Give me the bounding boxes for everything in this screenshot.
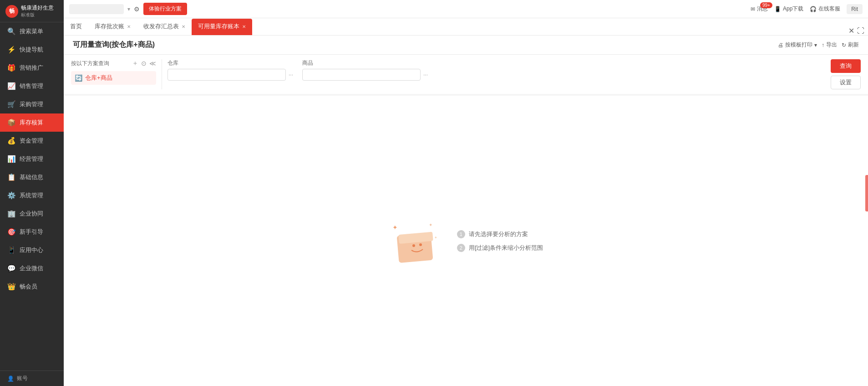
tab-batch-account-close[interactable]: ✕ bbox=[127, 24, 131, 29]
tab-receipt-summary-label: 收发存汇总表 bbox=[143, 22, 179, 31]
industry-btn[interactable]: 体验行业方案 bbox=[143, 3, 187, 15]
hint-text-1: 请先选择要分析的方案 bbox=[469, 230, 528, 238]
topbar-user[interactable]: Rit bbox=[847, 4, 863, 14]
sidebar-item-member[interactable]: 👑 畅会员 bbox=[0, 278, 64, 296]
filter-group-product: 商品 ··· bbox=[302, 59, 428, 81]
product-label: 商品 bbox=[302, 59, 428, 67]
tab-available-ledger-label: 可用量库存账本 bbox=[198, 22, 239, 31]
warehouse-more-btn[interactable]: ··· bbox=[289, 72, 293, 78]
sidebar-item-newbie[interactable]: 🎯 新手引导 bbox=[0, 223, 64, 241]
export-btn[interactable]: ↑ 导出 bbox=[822, 41, 837, 49]
settings-btn[interactable]: 设置 bbox=[831, 76, 861, 89]
sidebar-label-enterprise: 企业协同 bbox=[20, 210, 43, 218]
sidebar-label-basics: 基础信息 bbox=[20, 173, 43, 181]
refresh-icon: ↻ bbox=[842, 42, 846, 48]
sidebar-item-appstore[interactable]: 📱 应用中心 bbox=[0, 241, 64, 259]
topbar-gear-icon[interactable]: ⚙ bbox=[134, 5, 140, 13]
topbar-search-input[interactable] bbox=[69, 4, 124, 14]
sidebar-item-enterprise[interactable]: 🏢 企业协同 bbox=[0, 205, 64, 223]
scheme-settings-btn[interactable]: ⊙ bbox=[141, 59, 147, 67]
newbie-icon: 🎯 bbox=[7, 228, 16, 236]
product-more-btn[interactable]: ··· bbox=[423, 72, 428, 78]
sidebar-label-shortcut: 快捷导航 bbox=[20, 46, 43, 54]
search-icon: 🔍 bbox=[7, 27, 16, 36]
tab-batch-account[interactable]: 库存批次账 ✕ bbox=[88, 19, 137, 35]
page-area: 可用量查询(按仓库+商品) 🖨 按模板打印 ▾ ↑ 导出 ↻ 刷新 bbox=[64, 36, 868, 386]
empty-hint-1: 1 请先选择要分析的方案 bbox=[457, 230, 543, 238]
sidebar-label-newbie: 新手引导 bbox=[20, 228, 43, 236]
warehouse-label: 仓库 bbox=[168, 59, 293, 67]
tab-end-buttons: ✕ ⛶ bbox=[848, 26, 868, 35]
empty-hint-2: 2 用[过滤]条件来缩小分析范围 bbox=[457, 244, 543, 252]
sidebar-item-system[interactable]: ⚙️ 系统管理 bbox=[0, 186, 64, 205]
empty-hints: 1 请先选择要分析的方案 2 用[过滤]条件来缩小分析范围 bbox=[457, 230, 543, 252]
sidebar-label-member: 畅会员 bbox=[20, 283, 37, 291]
sidebar-item-operations[interactable]: 📊 经营管理 bbox=[0, 150, 64, 168]
scheme-item-label: 仓库+商品 bbox=[85, 74, 112, 82]
logo-icon: 畅 bbox=[5, 5, 18, 18]
topbar-dropdown-arrow[interactable]: ▾ bbox=[127, 6, 130, 12]
operations-icon: 📊 bbox=[7, 155, 16, 163]
system-icon: ⚙️ bbox=[7, 191, 16, 200]
tab-receipt-summary-close[interactable]: ✕ bbox=[182, 24, 185, 29]
filter-group-warehouse: 仓库 ··· bbox=[168, 59, 293, 81]
topbar-message[interactable]: ✉ 消息 99+ bbox=[751, 5, 768, 13]
tab-receipt-summary[interactable]: 收发存汇总表 ✕ bbox=[137, 19, 192, 35]
refresh-btn[interactable]: ↻ 刷新 bbox=[842, 41, 859, 49]
filter-right: 仓库 ··· 商品 ··· 查询 设置 bbox=[168, 59, 861, 89]
sidebar-item-purchase[interactable]: 🛒 采购管理 bbox=[0, 95, 64, 113]
purchase-icon: 🛒 bbox=[7, 100, 16, 108]
print-icon: 🖨 bbox=[778, 42, 783, 48]
tab-expand-btn[interactable]: ⛶ bbox=[857, 27, 864, 35]
sidebar-item-marketing[interactable]: 🎁 营销推广 bbox=[0, 59, 64, 77]
topbar-app-download[interactable]: 📱 App下载 bbox=[774, 5, 803, 13]
sidebar-scroll: 🔍 搜索菜单 ⚡ 快捷导航 🎁 营销推广 📈 销售管理 🛒 采购管理 📦 库存核… bbox=[0, 22, 64, 371]
sidebar-item-finance[interactable]: 💰 资金管理 bbox=[0, 132, 64, 150]
sidebar-item-search[interactable]: 🔍 搜索菜单 bbox=[0, 22, 64, 41]
bottom-user-label: 账号 bbox=[17, 375, 28, 382]
message-badge: 99+ bbox=[760, 2, 772, 8]
sidebar-label-marketing: 营销推广 bbox=[20, 64, 43, 72]
scheme-collapse-btn[interactable]: ≪ bbox=[149, 59, 156, 67]
tabs-bar: 首页 库存批次账 ✕ 收发存汇总表 ✕ 可用量库存账本 ✕ ✕ ⛶ bbox=[64, 18, 868, 36]
member-icon: 👑 bbox=[7, 283, 16, 291]
product-input[interactable] bbox=[302, 69, 421, 81]
sidebar-label-operations: 经营管理 bbox=[20, 155, 43, 163]
scheme-label: 按以下方案查询 bbox=[71, 60, 109, 67]
sidebar-item-basics[interactable]: 📋 基础信息 bbox=[0, 168, 64, 186]
service-label: 在线客服 bbox=[818, 5, 840, 13]
svg-text:✦: ✦ bbox=[392, 224, 398, 231]
page-header: 可用量查询(按仓库+商品) 🖨 按模板打印 ▾ ↑ 导出 ↻ 刷新 bbox=[64, 36, 868, 55]
empty-state: ✦ ✦ ✦ 1 请先选择要分析的方案 2 用[过滤]条件来缩小分析范围 bbox=[64, 96, 868, 386]
sidebar-item-inventory[interactable]: 📦 库存核算 bbox=[0, 113, 64, 132]
marketing-icon: 🎁 bbox=[7, 64, 16, 72]
sidebar-item-shortcut[interactable]: ⚡ 快捷导航 bbox=[0, 41, 64, 59]
tab-home[interactable]: 首页 bbox=[64, 19, 88, 35]
topbar-right: ✉ 消息 99+ 📱 App下载 🎧 在线客服 Rit bbox=[751, 4, 863, 14]
topbar: ▾ ⚙ 体验行业方案 ✉ 消息 99+ 📱 App下载 🎧 在线客服 Rit bbox=[64, 0, 868, 18]
app-name: 畅康通好生意 bbox=[21, 5, 54, 12]
scheme-item-warehouse-product[interactable]: 🔄 仓库+商品 bbox=[71, 71, 156, 85]
page-title: 可用量查询(按仓库+商品) bbox=[73, 40, 155, 50]
empty-illustration: ✦ ✦ ✦ bbox=[389, 214, 443, 268]
sidebar-item-sales[interactable]: 📈 销售管理 bbox=[0, 77, 64, 95]
right-scroll-indicator bbox=[865, 175, 868, 211]
sidebar-label-system: 系统管理 bbox=[20, 191, 43, 200]
tab-available-ledger[interactable]: 可用量库存账本 ✕ bbox=[192, 19, 252, 35]
sidebar-label-sales: 销售管理 bbox=[20, 82, 43, 90]
warehouse-input[interactable] bbox=[168, 69, 286, 81]
tab-batch-account-label: 库存批次账 bbox=[95, 22, 124, 31]
topbar-service[interactable]: 🎧 在线客服 bbox=[810, 5, 840, 13]
scheme-add-btn[interactable]: ＋ bbox=[132, 59, 138, 67]
app-label: App下载 bbox=[783, 5, 803, 13]
tab-close-btn[interactable]: ✕ bbox=[848, 26, 854, 35]
svg-text:✦: ✦ bbox=[429, 222, 432, 227]
tab-available-ledger-close[interactable]: ✕ bbox=[242, 24, 246, 29]
sidebar-item-wechat[interactable]: 💬 企业微信 bbox=[0, 259, 64, 278]
query-btn[interactable]: 查询 bbox=[831, 59, 861, 73]
print-arrow: ▾ bbox=[814, 42, 817, 48]
basics-icon: 📋 bbox=[7, 173, 16, 181]
tab-home-label: 首页 bbox=[70, 22, 82, 31]
print-btn[interactable]: 🖨 按模板打印 ▾ bbox=[778, 41, 817, 49]
hint-text-2: 用[过滤]条件来缩小分析范围 bbox=[469, 244, 543, 252]
